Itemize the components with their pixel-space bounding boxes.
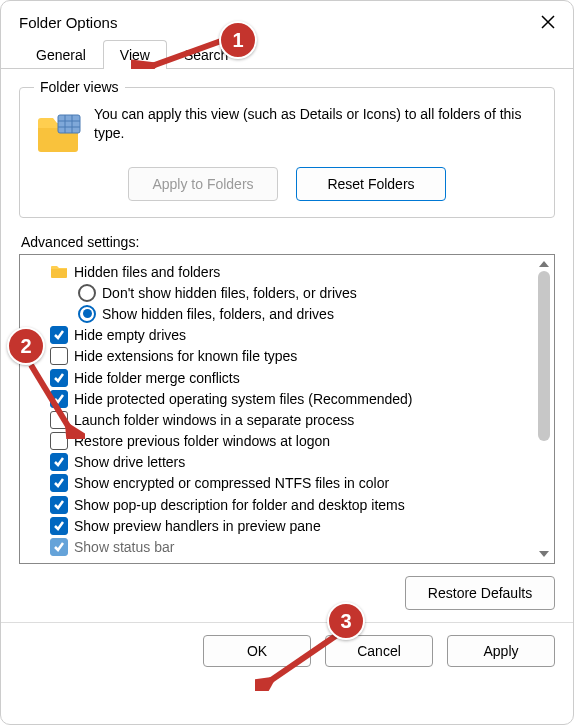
folder-icon	[34, 109, 82, 157]
window-title: Folder Options	[19, 14, 117, 31]
radio-icon	[78, 284, 96, 302]
radio-icon	[78, 305, 96, 323]
scroll-thumb[interactable]	[538, 271, 550, 441]
list-item[interactable]: Launch folder windows in a separate proc…	[26, 409, 534, 430]
restore-defaults-button[interactable]: Restore Defaults	[405, 576, 555, 610]
tab-panel: Folder views You can apply this view (su…	[1, 69, 573, 622]
item-label: Show status bar	[74, 539, 174, 555]
annotation-badge-3: 3	[327, 602, 365, 640]
radio-show-hidden[interactable]: Show hidden files, folders, and drives	[26, 303, 534, 324]
tab-view[interactable]: View	[103, 40, 167, 69]
radio-dont-show-hidden[interactable]: Don't show hidden files, folders, or dri…	[26, 282, 534, 303]
tab-general[interactable]: General	[19, 40, 103, 69]
group-hidden-files: Hidden files and folders	[26, 261, 534, 282]
checkbox-icon	[50, 517, 68, 535]
folder-small-icon	[50, 265, 68, 279]
list-item[interactable]: Show pop-up description for folder and d…	[26, 494, 534, 515]
scrollbar[interactable]	[536, 257, 552, 561]
radio-label: Show hidden files, folders, and drives	[102, 306, 334, 322]
checkbox-icon	[50, 538, 68, 556]
tab-strip: General View Search	[1, 39, 573, 69]
group-hidden-files-label: Hidden files and folders	[74, 264, 220, 280]
item-label: Show encrypted or compressed NTFS files …	[74, 475, 389, 491]
close-icon	[541, 15, 555, 29]
item-label: Hide protected operating system files (R…	[74, 391, 413, 407]
checkbox-icon	[50, 474, 68, 492]
apply-to-folders-button: Apply to Folders	[128, 167, 278, 201]
list-item[interactable]: Hide folder merge conflicts	[26, 367, 534, 388]
checkbox-icon	[50, 369, 68, 387]
list-item[interactable]: Hide empty drives	[26, 325, 534, 346]
list-item[interactable]: Hide protected operating system files (R…	[26, 388, 534, 409]
item-label: Show preview handlers in preview pane	[74, 518, 321, 534]
scroll-up-icon[interactable]	[539, 261, 549, 267]
list-item[interactable]: Show drive letters	[26, 452, 534, 473]
apply-button[interactable]: Apply	[447, 635, 555, 667]
folder-views-text: You can apply this view (such as Details…	[94, 105, 540, 143]
list-item[interactable]: Hide extensions for known file types	[26, 346, 534, 367]
scroll-down-icon[interactable]	[539, 551, 549, 557]
checkbox-icon	[50, 432, 68, 450]
annotation-badge-1: 1	[219, 21, 257, 59]
item-label: Hide extensions for known file types	[74, 348, 297, 364]
checkbox-icon	[50, 453, 68, 471]
item-label: Show drive letters	[74, 454, 185, 470]
dialog-button-row: OK Cancel Apply	[1, 622, 573, 679]
item-label: Hide empty drives	[74, 327, 186, 343]
folder-views-group: Folder views You can apply this view (su…	[19, 79, 555, 218]
list-item[interactable]: Show preview handlers in preview pane	[26, 515, 534, 536]
checkbox-icon	[50, 496, 68, 514]
item-label: Show pop-up description for folder and d…	[74, 497, 405, 513]
list-item[interactable]: Restore previous folder windows at logon	[26, 431, 534, 452]
titlebar: Folder Options	[1, 1, 573, 39]
checkbox-icon	[50, 326, 68, 344]
advanced-settings-label: Advanced settings:	[21, 234, 555, 250]
list-item[interactable]: Show encrypted or compressed NTFS files …	[26, 473, 534, 494]
item-label: Hide folder merge conflicts	[74, 370, 240, 386]
ok-button[interactable]: OK	[203, 635, 311, 667]
close-button[interactable]	[537, 11, 559, 33]
annotation-badge-2: 2	[7, 327, 45, 365]
item-label: Launch folder windows in a separate proc…	[74, 412, 354, 428]
list-item-cutoff: Show status bar	[26, 536, 534, 557]
scroll-track[interactable]	[538, 271, 550, 547]
checkbox-icon	[50, 390, 68, 408]
checkbox-icon	[50, 411, 68, 429]
cancel-button[interactable]: Cancel	[325, 635, 433, 667]
radio-label: Don't show hidden files, folders, or dri…	[102, 285, 357, 301]
svg-rect-0	[58, 115, 80, 133]
checkbox-icon	[50, 347, 68, 365]
item-label: Restore previous folder windows at logon	[74, 433, 330, 449]
advanced-settings-list[interactable]: Hidden files and folders Don't show hidd…	[19, 254, 555, 564]
folder-views-legend: Folder views	[34, 79, 125, 95]
reset-folders-button[interactable]: Reset Folders	[296, 167, 446, 201]
